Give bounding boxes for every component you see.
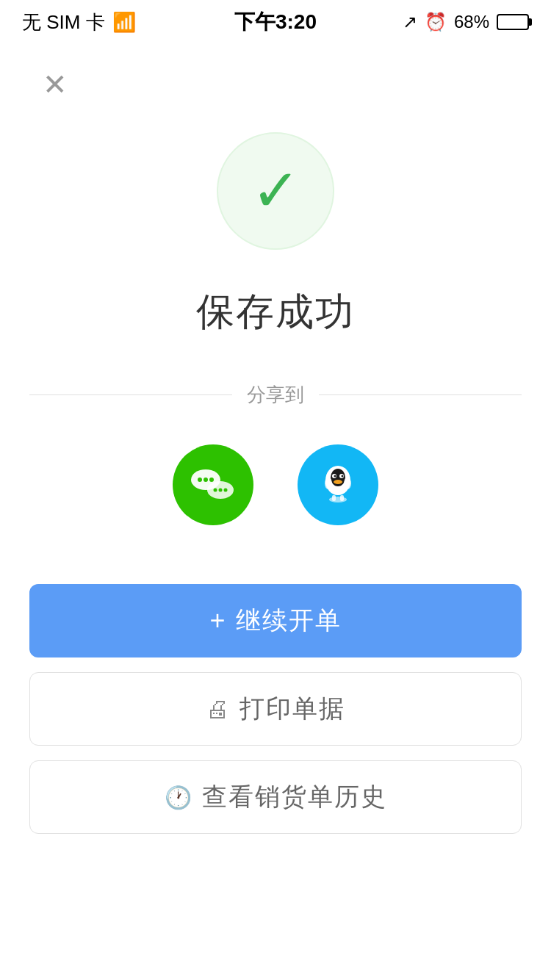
main-content: ✕ ✓ 保存成功 分享到 <box>0 44 551 834</box>
divider-left <box>29 394 232 395</box>
svg-rect-19 <box>340 495 344 501</box>
success-circle: ✓ <box>217 132 334 250</box>
battery-bar <box>497 14 529 30</box>
qq-share-button[interactable] <box>298 444 378 525</box>
share-label: 分享到 <box>247 382 304 408</box>
print-button[interactable]: 🖨 打印单据 <box>29 672 522 746</box>
wifi-icon: 📶 <box>112 11 136 34</box>
success-title: 保存成功 <box>196 287 355 338</box>
continue-button[interactable]: + 继续开单 <box>29 584 522 657</box>
close-button[interactable]: ✕ <box>37 66 73 103</box>
wechat-share-button[interactable] <box>173 444 253 525</box>
svg-point-12 <box>334 475 336 478</box>
share-icons-row <box>173 444 378 525</box>
svg-point-7 <box>224 489 228 492</box>
no-sim-label: 无 SIM 卡 <box>22 10 105 35</box>
svg-point-17 <box>329 497 347 502</box>
checkmark-icon: ✓ <box>251 162 300 220</box>
svg-point-1 <box>198 478 202 482</box>
divider-right <box>319 394 522 395</box>
battery-percentage: 68% <box>454 12 489 32</box>
svg-point-5 <box>214 489 217 492</box>
alarm-icon: ⏰ <box>425 12 447 32</box>
history-button[interactable]: 🕐 查看销货单历史 <box>29 760 522 834</box>
history-icon: 🕐 <box>165 785 192 810</box>
qq-icon <box>318 461 358 508</box>
close-icon: ✕ <box>43 70 68 99</box>
history-button-text: 查看销货单历史 <box>202 780 387 814</box>
svg-point-13 <box>342 475 344 478</box>
svg-point-6 <box>219 489 223 492</box>
location-icon: ↗ <box>403 12 417 32</box>
svg-point-3 <box>209 478 214 482</box>
plus-icon: + <box>209 605 225 636</box>
status-bar: 无 SIM 卡 📶 下午3:20 ↗ ⏰ 68% <box>0 0 551 44</box>
print-button-text: 打印单据 <box>240 692 345 726</box>
svg-rect-18 <box>332 495 336 501</box>
svg-point-2 <box>204 478 208 482</box>
svg-point-16 <box>344 478 351 489</box>
svg-point-14 <box>334 480 342 484</box>
status-right: ↗ ⏰ 68% <box>403 12 529 32</box>
wechat-icon <box>190 465 237 505</box>
continue-button-text: 继续开单 <box>236 604 342 638</box>
svg-point-15 <box>325 478 332 489</box>
close-button-row: ✕ <box>29 44 522 132</box>
status-time: 下午3:20 <box>234 8 317 36</box>
share-divider-row: 分享到 <box>29 382 522 408</box>
action-buttons: + 继续开单 🖨 打印单据 🕐 查看销货单历史 <box>29 584 522 834</box>
status-left: 无 SIM 卡 📶 <box>22 10 136 35</box>
print-icon: 🖨 <box>206 696 229 723</box>
